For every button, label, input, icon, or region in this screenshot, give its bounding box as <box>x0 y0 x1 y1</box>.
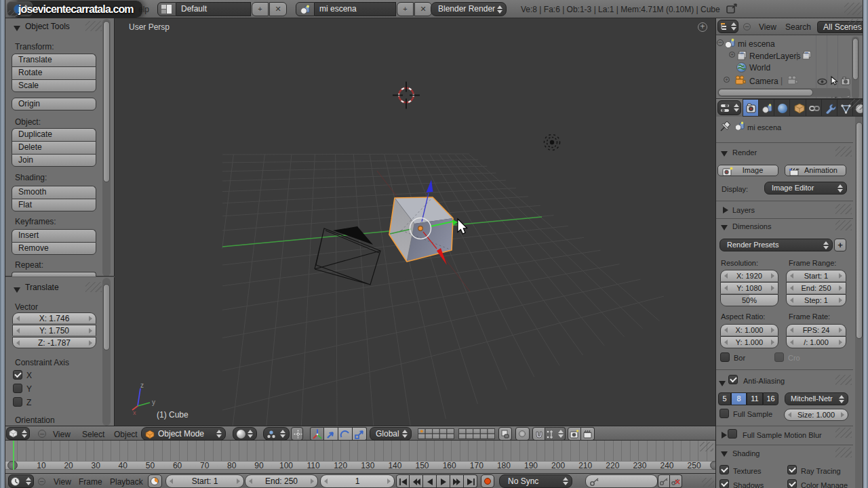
svg-text:x: x <box>133 409 136 416</box>
svg-text:y: y <box>152 399 155 406</box>
svg-text:z: z <box>140 382 144 389</box>
